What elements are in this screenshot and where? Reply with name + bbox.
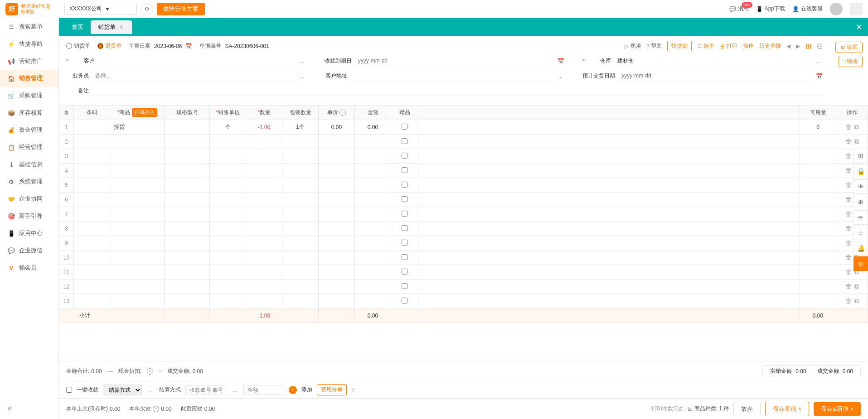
cell-product-10[interactable]	[110, 250, 165, 265]
cell-amount-2[interactable]	[355, 135, 391, 149]
settings-action-btn[interactable]: ⚙ 设置	[835, 42, 863, 53]
topbar-settings-btn[interactable]: ⚙	[141, 3, 153, 15]
cell-spec-13[interactable]	[165, 294, 210, 308]
app-download-btn[interactable]: 📱 App下载	[756, 5, 785, 13]
cell-unit-11[interactable]	[210, 265, 246, 279]
sidebar-item-search[interactable]: ☰ 搜索菜单	[0, 18, 58, 35]
cell-gift-13[interactable]	[391, 294, 418, 308]
cell-product-6[interactable]	[110, 193, 165, 207]
radio-sales[interactable]: 销货单	[66, 42, 90, 50]
cell-gift-8[interactable]	[391, 222, 418, 236]
cell-qty-12[interactable]	[246, 279, 282, 294]
one-click-payment-checkbox[interactable]	[66, 387, 72, 393]
cell-unit-13[interactable]	[210, 294, 246, 308]
customer-more-icon[interactable]: ...	[298, 58, 306, 64]
cell-gift-9[interactable]	[391, 236, 418, 250]
detail-view-icon[interactable]: ⊟	[817, 42, 823, 50]
right-tool-edit[interactable]: ✏	[853, 210, 868, 225]
cell-amount-12[interactable]	[355, 279, 391, 294]
price-info-icon[interactable]: i	[339, 110, 346, 116]
cell-spec-10[interactable]	[165, 250, 210, 265]
avatar[interactable]	[830, 3, 843, 15]
copy-icon-2[interactable]: ⧉	[854, 138, 859, 145]
cell-spec-3[interactable]	[165, 149, 210, 164]
warehouse-more-icon[interactable]: ...	[815, 58, 823, 64]
scan-button[interactable]: 扫码录入	[132, 108, 157, 117]
cell-gift-1[interactable]	[391, 120, 418, 135]
cell-packqty-4[interactable]	[282, 164, 319, 178]
trial-button[interactable]: 体验行业方案	[157, 3, 205, 15]
copy-icon-12[interactable]: ⧉	[854, 283, 859, 290]
cell-gift-7[interactable]	[391, 207, 418, 222]
cell-product-11[interactable]	[110, 265, 165, 279]
cell-packqty-10[interactable]	[282, 250, 319, 265]
sidebar-item-collab[interactable]: 🤝 企业协同	[0, 190, 58, 207]
cell-barcode-6[interactable]	[74, 193, 110, 207]
sidebar-item-basics[interactable]: ℹ 基础信息	[0, 156, 58, 173]
cell-price-3[interactable]	[319, 149, 355, 164]
cell-price-13[interactable]	[319, 294, 355, 308]
cell-spec-4[interactable]	[165, 164, 210, 178]
cell-qty-10[interactable]	[246, 250, 282, 265]
salesperson-more-icon[interactable]: ...	[298, 73, 306, 79]
cell-price-5[interactable]	[319, 178, 355, 193]
cell-amount-1[interactable]: 0.00	[355, 120, 391, 135]
cell-packqty-9[interactable]	[282, 236, 319, 250]
expected-date-input[interactable]	[618, 71, 813, 81]
cell-qty-3[interactable]	[246, 149, 282, 164]
cell-unit-1[interactable]: 个	[210, 120, 246, 135]
cell-gift-2[interactable]	[391, 135, 418, 149]
cell-product-3[interactable]	[110, 149, 165, 164]
operations-btn[interactable]: 操作	[743, 42, 754, 50]
cell-spec-7[interactable]	[165, 207, 210, 222]
payment-account-input[interactable]	[185, 385, 226, 395]
right-tool-lock[interactable]: 🔒	[853, 164, 868, 178]
cell-unit-9[interactable]	[210, 236, 246, 250]
cell-unit-7[interactable]	[210, 207, 246, 222]
cell-ops-13[interactable]: 🗑 ⧉	[836, 294, 868, 308]
cell-amount-5[interactable]	[355, 178, 391, 193]
cell-qty-13[interactable]	[246, 294, 282, 308]
cell-amount-7[interactable]	[355, 207, 391, 222]
cell-qty-9[interactable]	[246, 236, 282, 250]
cell-barcode-8[interactable]	[74, 222, 110, 236]
delete-icon-3[interactable]: 🗑	[845, 152, 852, 160]
cell-qty-11[interactable]	[246, 265, 282, 279]
right-tool-add[interactable]: ⊕	[853, 195, 868, 209]
cell-packqty-11[interactable]	[282, 265, 319, 279]
right-tool-eye[interactable]: 👁	[853, 179, 868, 194]
cell-product-7[interactable]	[110, 207, 165, 222]
delete-icon-7[interactable]: 🗑	[845, 210, 852, 218]
cell-gift-3[interactable]	[391, 149, 418, 164]
right-tool-bell[interactable]: 🔔	[853, 241, 868, 255]
print-btn[interactable]: 🖨 打印	[720, 42, 737, 50]
cell-packqty-8[interactable]	[282, 222, 319, 236]
cell-unit-5[interactable]	[210, 178, 246, 193]
payment-calendar-icon[interactable]: 📅	[558, 58, 564, 64]
cell-amount-3[interactable]	[355, 149, 391, 164]
cell-amount-8[interactable]	[355, 222, 391, 236]
delete-icon-8[interactable]: 🗑	[845, 225, 852, 232]
right-tool-star[interactable]: ☆	[853, 226, 868, 240]
history-btn[interactable]: 历史单据	[759, 42, 781, 50]
cell-gift-4[interactable]	[391, 164, 418, 178]
cell-packqty-13[interactable]	[282, 294, 319, 308]
fee-split-help-icon[interactable]: ?	[351, 387, 354, 393]
radio-return-input[interactable]	[97, 43, 103, 49]
discard-button[interactable]: 放弃	[733, 402, 761, 416]
message-btn[interactable]: 💬 消息 99+	[729, 5, 749, 13]
cell-unit-10[interactable]	[210, 250, 246, 265]
cell-product-12[interactable]	[110, 279, 165, 294]
cell-ops-12[interactable]: 🗑 ⧉	[836, 279, 868, 294]
payment-due-input[interactable]	[354, 56, 555, 66]
customer-addr-input[interactable]	[350, 71, 554, 81]
cell-qty-8[interactable]	[246, 222, 282, 236]
cell-packqty-3[interactable]	[282, 149, 319, 164]
sidebar-item-finance[interactable]: 💰 资金管理	[0, 121, 58, 139]
cell-price-1[interactable]: 0.00	[319, 120, 355, 135]
cell-barcode-5[interactable]	[74, 178, 110, 193]
cell-product-13[interactable]	[110, 294, 165, 308]
cell-unit-8[interactable]	[210, 222, 246, 236]
list-view-icon[interactable]: ⊞	[805, 42, 811, 50]
cell-barcode-7[interactable]	[74, 207, 110, 222]
